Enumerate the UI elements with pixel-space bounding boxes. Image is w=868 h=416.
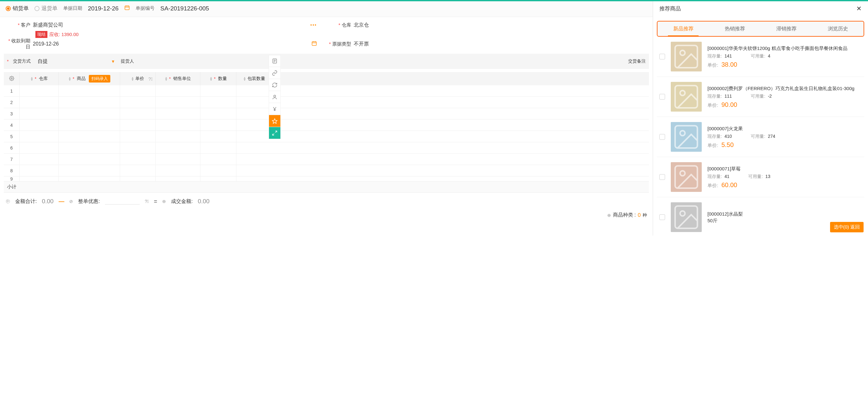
delivery-remark-label: 交货备注 bbox=[628, 59, 646, 64]
customer-label: 客户 bbox=[21, 22, 30, 28]
customer-value[interactable]: 新盛商贸公司 bbox=[33, 22, 310, 28]
recommendation-tabs: 新品推荐热销推荐滞销推荐浏览历史 bbox=[657, 21, 864, 37]
svg-point-23 bbox=[680, 90, 685, 95]
product-checkbox[interactable] bbox=[659, 214, 665, 220]
svg-rect-4 bbox=[312, 41, 316, 45]
side-sync-icon[interactable] bbox=[269, 79, 281, 91]
side-link-icon[interactable] bbox=[269, 67, 281, 79]
svg-point-8 bbox=[11, 78, 12, 79]
recommendation-panel: 推荐商品 ✕ 新品推荐热销推荐滞销推荐浏览历史 [0000001]华美华夫软饼1… bbox=[653, 0, 868, 235]
delivery-bar: * 交货方式 自提 ▼ 提货人 交货备注 bbox=[4, 54, 649, 69]
doc-type-radio-group: 销货单 退货单 bbox=[6, 5, 58, 12]
discount-icon: ⊘ bbox=[69, 199, 73, 204]
svg-rect-0 bbox=[125, 6, 129, 10]
deal-amount-label: 成交金额: bbox=[171, 198, 192, 205]
summary-label: 商品种类 : bbox=[613, 212, 636, 218]
rec-tab-3[interactable]: 浏览历史 bbox=[812, 22, 864, 36]
radio-return[interactable]: 退货单 bbox=[34, 5, 58, 12]
product-name: [0000007]火龙果 bbox=[707, 125, 862, 132]
radio-sale[interactable]: 销货单 bbox=[6, 5, 29, 12]
side-yen-icon[interactable] bbox=[269, 103, 281, 115]
doc-no-value: SA-20191226-005 bbox=[160, 5, 209, 12]
rec-tab-1[interactable]: 热销推荐 bbox=[709, 22, 761, 36]
doc-no-label: 单据编号 bbox=[135, 5, 155, 11]
invoice-type-label: 票据类型 bbox=[332, 41, 351, 46]
totals-row: ㊥ 金额合计: 0.00 — ⊘ 整单优惠: ?⃝ = ⊛ 成交金额: 0.00 bbox=[0, 193, 653, 210]
product-checkbox[interactable] bbox=[659, 174, 665, 180]
help-icon[interactable]: ?⃝ bbox=[145, 199, 149, 204]
warehouse-label: 仓库 bbox=[342, 22, 351, 28]
product-thumb bbox=[671, 122, 702, 152]
table-row[interactable]: 4 bbox=[4, 120, 649, 131]
side-expand-icon[interactable] bbox=[269, 127, 281, 139]
table-row[interactable]: 1 bbox=[4, 85, 649, 97]
calendar-icon[interactable] bbox=[311, 40, 317, 48]
col-unit[interactable]: ▲▼ *销售单位 bbox=[156, 72, 200, 85]
equals-icon: = bbox=[154, 198, 157, 205]
svg-point-29 bbox=[680, 211, 685, 216]
col-warehouse[interactable]: ▲▼ *仓库 bbox=[20, 72, 59, 85]
summary-icon: ⊕ bbox=[607, 213, 611, 218]
deal-amount-value: 0.00 bbox=[198, 198, 210, 205]
doc-date-label: 单据日期 bbox=[63, 5, 82, 11]
side-toolbar bbox=[269, 55, 281, 139]
side-user-icon[interactable] bbox=[269, 91, 281, 103]
table-row[interactable]: 5 bbox=[4, 131, 649, 142]
amount-total-label: 金额合计: bbox=[15, 198, 37, 205]
customer-more-icon[interactable]: ••• bbox=[310, 23, 317, 28]
radio-return-label: 退货单 bbox=[41, 5, 58, 12]
product-thumb bbox=[671, 162, 702, 192]
topbar: 销货单 退货单 单据日期 2019-12-26 单据编号 SA-20191226… bbox=[0, 0, 653, 17]
product-checkbox[interactable] bbox=[659, 94, 665, 100]
doc-date-value[interactable]: 2019-12-26 bbox=[88, 5, 119, 12]
svg-point-13 bbox=[274, 95, 276, 97]
table-row[interactable]: 6 bbox=[4, 142, 649, 154]
product-name: [00000071]草莓 bbox=[707, 165, 862, 172]
col-price[interactable]: ▲▼ 单价 ?⃝ bbox=[120, 72, 156, 85]
yen-icon: ㊥ bbox=[6, 198, 10, 204]
svg-marker-17 bbox=[273, 119, 277, 123]
svg-line-18 bbox=[275, 131, 277, 132]
invoice-type-value[interactable]: 不开票 bbox=[354, 41, 647, 47]
table-row[interactable]: 3 bbox=[4, 108, 649, 120]
due-date-value[interactable]: 2019-12-26 bbox=[33, 41, 311, 47]
calendar-icon[interactable] bbox=[124, 5, 130, 12]
table-row[interactable]: 7 bbox=[4, 154, 649, 165]
side-star-icon[interactable] bbox=[269, 115, 281, 127]
table-row[interactable]: 8 bbox=[4, 165, 649, 177]
minus-icon: — bbox=[59, 198, 64, 205]
grid-header: ▲▼ *仓库 ▲▼ *商品 扫码录入 ▲▼ 单价 ?⃝ ▲▼ *销售单位 bbox=[4, 72, 649, 85]
col-qty[interactable]: ▲▼ *数量 bbox=[200, 72, 237, 85]
delivery-method-select[interactable]: 自提 bbox=[38, 58, 48, 65]
product-thumb bbox=[671, 202, 702, 232]
product-name: [0000001]华美华夫软饼1200g 糕点零食小吃手撕面包早餐休闲食品 bbox=[707, 45, 862, 52]
picker-label: 提货人 bbox=[121, 59, 134, 64]
deal-icon: ⊛ bbox=[162, 199, 166, 204]
product-checkbox[interactable] bbox=[659, 54, 665, 59]
side-note-icon[interactable] bbox=[269, 55, 281, 67]
discount-input[interactable] bbox=[105, 198, 140, 204]
rec-tab-2[interactable]: 滞销推荐 bbox=[761, 22, 812, 36]
col-pack-qty[interactable]: ▲▼ 包装数量 bbox=[237, 72, 272, 85]
table-row[interactable]: 2 bbox=[4, 97, 649, 108]
product-checkbox[interactable] bbox=[659, 134, 665, 140]
rec-tab-0[interactable]: 新品推荐 bbox=[657, 22, 709, 36]
summary-suffix: 种 bbox=[643, 213, 647, 218]
svg-point-27 bbox=[680, 171, 685, 176]
discount-label: 整单优惠: bbox=[78, 198, 99, 205]
warehouse-value[interactable]: 北京仓 bbox=[354, 22, 647, 28]
radio-sale-label: 销货单 bbox=[13, 5, 29, 12]
select-return-button[interactable]: 选中(0) 返回 bbox=[830, 222, 864, 232]
help-icon[interactable]: ?⃝ bbox=[148, 76, 153, 82]
delivery-method-label: 交货方式 bbox=[13, 59, 31, 64]
product-thumb bbox=[671, 42, 702, 71]
col-settings[interactable] bbox=[4, 72, 20, 85]
chevron-down-icon[interactable]: ▼ bbox=[111, 59, 115, 64]
scan-entry-badge[interactable]: 扫码录入 bbox=[89, 75, 110, 83]
close-icon[interactable]: ✕ bbox=[856, 5, 862, 12]
svg-line-19 bbox=[273, 133, 274, 135]
svg-point-25 bbox=[680, 131, 685, 136]
col-product[interactable]: ▲▼ *商品 扫码录入 bbox=[59, 72, 120, 85]
product-thumb bbox=[671, 82, 702, 111]
product-item: [0000001]华美华夫软饼1200g 糕点零食小吃手撕面包早餐休闲食品 现存… bbox=[657, 37, 864, 77]
